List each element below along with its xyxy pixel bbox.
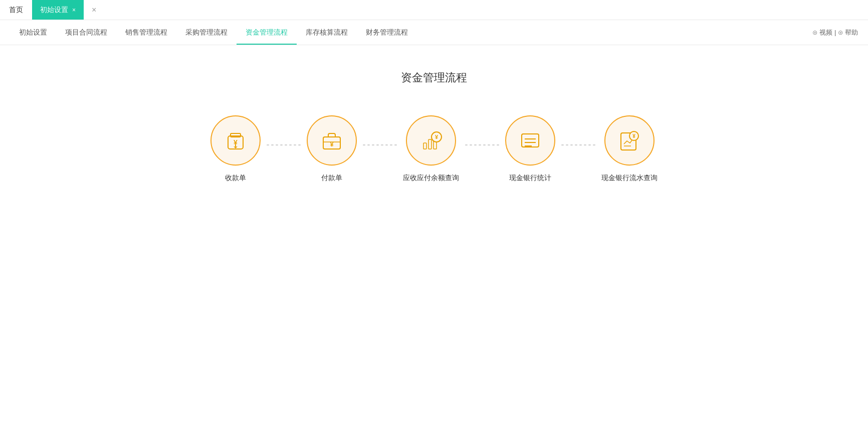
home-label: 首页: [9, 6, 23, 15]
nav-item-purchase[interactable]: 采购管理流程: [176, 20, 237, 45]
step-receipt[interactable]: ¥ 收款单: [210, 115, 261, 183]
svg-text:¥: ¥: [330, 140, 334, 148]
dots-3: [465, 144, 499, 145]
nav-item-initial[interactable]: 初始设置: [10, 20, 56, 45]
step-payment-icon-wrap: ¥: [307, 115, 357, 166]
step-receipt-label: 收款单: [225, 174, 246, 183]
page-title: 资金管理流程: [401, 70, 467, 85]
nav-item-project[interactable]: 项目合同流程: [56, 20, 116, 45]
nav-item-inventory[interactable]: 库存核算流程: [297, 20, 357, 45]
connector-2: [357, 144, 403, 145]
active-tab[interactable]: 初始设置 ×: [32, 0, 84, 20]
main-content: 资金管理流程 ¥ 收款单: [0, 45, 868, 183]
receipt-yen-icon: ¥: [223, 128, 248, 153]
top-bar: 首页 初始设置 × ×: [0, 0, 868, 20]
connector-4: [555, 144, 601, 145]
dots-4: [561, 144, 595, 145]
step-bank-stats-icon-wrap: [505, 115, 555, 166]
step-bank-flow-icon-wrap: ¥: [604, 115, 655, 166]
step-payment[interactable]: ¥ 付款单: [307, 115, 357, 183]
nav-separator: |: [834, 29, 836, 36]
nav-item-sales[interactable]: 销售管理流程: [116, 20, 176, 45]
help-link[interactable]: ⊙ 帮助: [838, 28, 858, 37]
flow-steps: ¥ 收款单: [210, 115, 658, 183]
svg-rect-7: [428, 139, 431, 149]
bank-flow-icon: ¥: [617, 128, 642, 153]
home-tab[interactable]: 首页: [0, 0, 32, 20]
svg-text:¥: ¥: [632, 133, 635, 139]
bank-stats-icon: [518, 128, 543, 153]
dots-1: [267, 144, 301, 145]
step-balance-icon-wrap: ¥: [406, 115, 456, 166]
balance-query-icon: ¥: [418, 128, 444, 153]
step-balance[interactable]: ¥ 应收应付余额查询: [403, 115, 459, 183]
svg-rect-11: [522, 134, 539, 147]
svg-rect-6: [423, 143, 426, 149]
window-close-button[interactable]: ×: [84, 6, 104, 15]
nav-item-finance[interactable]: 财务管理流程: [357, 20, 417, 45]
nav-right-controls: ⊙ 视频 | ⊙ 帮助: [812, 28, 858, 37]
dots-2: [363, 144, 397, 145]
step-bank-flow[interactable]: ¥ 现金银行流水查询: [601, 115, 658, 183]
step-bank-stats[interactable]: 现金银行统计: [505, 115, 555, 183]
payment-yen-icon: ¥: [319, 128, 344, 153]
nav-item-funds[interactable]: 资金管理流程: [237, 20, 297, 45]
step-receipt-icon-wrap: ¥: [210, 115, 261, 166]
step-payment-label: 付款单: [321, 174, 342, 183]
step-bank-flow-label: 现金银行流水查询: [601, 174, 658, 183]
nav-bar: 初始设置 项目合同流程 销售管理流程 采购管理流程 资金管理流程 库存核算流程 …: [0, 20, 868, 45]
tab-close-icon[interactable]: ×: [72, 7, 76, 14]
connector-3: [459, 144, 505, 145]
connector-1: [261, 144, 307, 145]
step-bank-stats-label: 现金银行统计: [509, 174, 551, 183]
tab-label: 初始设置: [40, 6, 68, 15]
video-link[interactable]: ⊙ 视频: [812, 28, 832, 37]
svg-text:¥: ¥: [435, 134, 439, 140]
step-balance-label: 应收应付余额查询: [403, 174, 459, 183]
